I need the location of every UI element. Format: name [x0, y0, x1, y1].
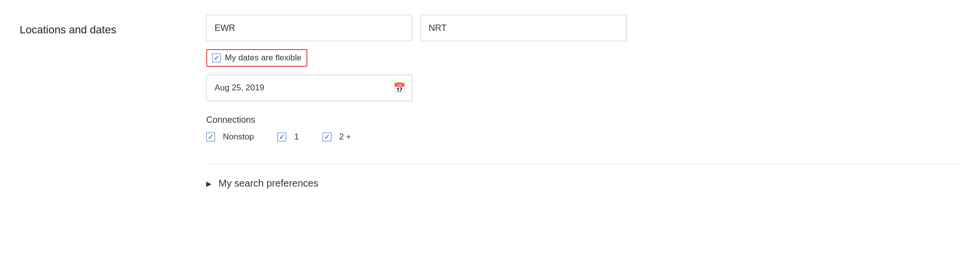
one-stop-checkmark-icon: ✓	[279, 133, 285, 141]
checkmark-icon: ✓	[214, 54, 219, 62]
page-container: Locations and dates ✓ My dates are flexi…	[0, 0, 980, 204]
chevron-right-icon: ▶	[206, 180, 212, 188]
two-plus-checkmark-icon: ✓	[324, 133, 330, 141]
two-plus-label: 2 +	[339, 132, 351, 142]
flexible-dates-checkbox[interactable]: ✓	[212, 54, 221, 62]
form-area: ✓ My dates are flexible 📅 Connections ✓	[206, 15, 960, 189]
connection-option-2plus[interactable]: ✓ 2 +	[323, 132, 351, 142]
one-stop-checkbox[interactable]: ✓	[277, 133, 286, 141]
search-preferences-label: My search preferences	[218, 178, 318, 189]
airport-row	[206, 15, 960, 41]
two-plus-checkbox[interactable]: ✓	[323, 133, 331, 141]
connection-option-1[interactable]: ✓ 1	[277, 132, 299, 142]
destination-input[interactable]	[420, 15, 626, 41]
search-preferences-row[interactable]: ▶ My search preferences	[206, 178, 960, 189]
connections-options: ✓ Nonstop ✓ 1 ✓ 2 +	[206, 132, 960, 142]
origin-input[interactable]	[206, 15, 412, 41]
date-input[interactable]	[206, 75, 412, 101]
connections-section: Connections ✓ Nonstop ✓ 1	[206, 115, 960, 142]
date-row: 📅	[206, 75, 960, 101]
flexible-dates-checkbox-wrapper[interactable]: ✓ My dates are flexible	[206, 49, 307, 67]
one-stop-label: 1	[294, 132, 299, 142]
section-title: Locations and dates	[20, 15, 177, 189]
connections-label: Connections	[206, 115, 960, 125]
nonstop-checkmark-icon: ✓	[208, 133, 214, 141]
connection-option-nonstop[interactable]: ✓ Nonstop	[206, 132, 254, 142]
section-divider	[206, 164, 960, 164]
nonstop-checkbox[interactable]: ✓	[206, 133, 215, 141]
nonstop-label: Nonstop	[223, 132, 254, 142]
flexible-dates-row: ✓ My dates are flexible	[206, 49, 960, 67]
date-input-wrapper: 📅	[206, 75, 412, 101]
flexible-dates-label: My dates are flexible	[225, 53, 301, 63]
